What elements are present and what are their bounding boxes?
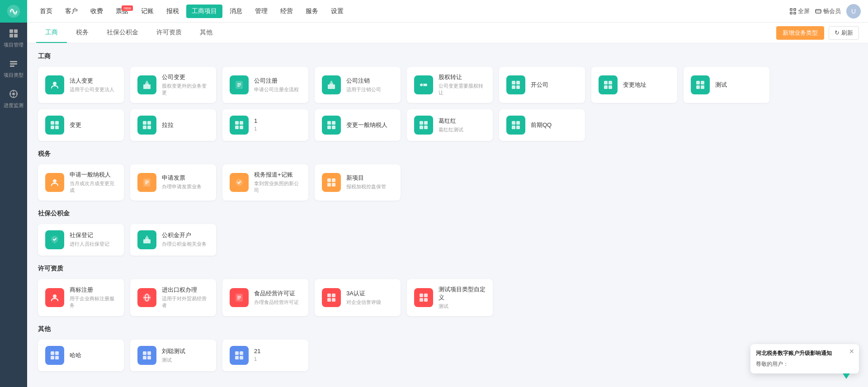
tab-industry[interactable]: 工商 [36, 23, 67, 43]
card-icon-3a-cert [322, 288, 341, 307]
card-icon-change-tax [322, 116, 341, 135]
vip-btn[interactable]: 畅会员 [815, 7, 841, 15]
nav-customer[interactable]: 客户 [60, 5, 83, 18]
card-change-address[interactable]: 变更地址 [591, 67, 677, 103]
card-pre-qq[interactable]: 前期QQ [499, 109, 585, 141]
card-desc-company-register: 申请公司注册全流程 [254, 86, 299, 93]
card-icon-company-register [230, 75, 249, 94]
tabbar: 工商 税务 社保公积金 许可资质 其他 新增业务类型 ↻ 刷新 [27, 23, 868, 43]
nav-service[interactable]: 服务 [300, 5, 324, 18]
card-name-lala: 拉拉 [162, 121, 174, 129]
sidebar: 项目管理 项目类型 进度监测 [0, 0, 27, 387]
svg-rect-1 [9, 29, 13, 33]
refresh-icon: ↻ [835, 29, 840, 36]
card-desc-legal-change: 适用于公司变更法人 [70, 86, 114, 93]
card-open-company[interactable]: 开公司 [499, 67, 585, 103]
card-icon-pre-qq [506, 116, 525, 135]
svg-rect-49 [143, 121, 146, 125]
card-haha[interactable]: 哈哈 [38, 340, 124, 371]
card-test-type-define[interactable]: 测试项目类型自定义测试 [407, 279, 493, 316]
nav-home[interactable]: 首页 [34, 5, 58, 18]
nav-message[interactable]: 消息 [224, 5, 248, 18]
add-type-button[interactable]: 新增业务类型 [776, 26, 824, 40]
card-new-project[interactable]: 新项目报税加税控盘保管 [315, 164, 401, 200]
card-icon-company-cancel [322, 75, 341, 94]
svg-rect-18 [816, 9, 821, 13]
svg-point-20 [53, 82, 57, 85]
svg-rect-100 [51, 356, 54, 359]
card-change[interactable]: 变更 [38, 109, 124, 141]
card-social-register[interactable]: 社保登记进行人员社保登记 [38, 224, 124, 256]
card-icon-food-license [230, 288, 249, 307]
card-company-register[interactable]: 公司注册申请公司注册全流程 [222, 67, 308, 103]
sidebar-item-project-manage[interactable]: 项目管理 [0, 23, 27, 53]
card-legal-change[interactable]: 法人变更适用于公司变更法人 [38, 67, 124, 103]
tab-license[interactable]: 许可资质 [147, 23, 191, 43]
card-food-license[interactable]: 食品经营许可证办理食品经营许可证 [222, 279, 308, 316]
nav-accounting[interactable]: 记账 [136, 5, 159, 18]
tab-social[interactable]: 社保公积金 [98, 23, 147, 43]
card-lala[interactable]: 拉拉 [130, 109, 216, 141]
card-ge-hong-hong[interactable]: 葛红红葛红红测试 [407, 109, 493, 141]
svg-rect-52 [147, 126, 151, 129]
card-desc-new-project: 报税加税控盘保管 [346, 183, 386, 190]
card-tax-report-accounting[interactable]: 税务报道+记账拿到营业执照的新公司 [222, 164, 308, 200]
nav-settings[interactable]: 设置 [326, 5, 349, 18]
card-name-change-tax: 变更一般纳税人 [346, 121, 387, 129]
svg-rect-75 [327, 178, 331, 182]
card-desc-one: 1 [254, 126, 257, 132]
card-3a-cert[interactable]: 3A认证对企业信誉评级 [315, 279, 401, 316]
sidebar-item-progress-monitor[interactable]: 进度监测 [0, 83, 27, 113]
svg-rect-23 [146, 81, 148, 83]
tab-other[interactable]: 其他 [191, 23, 222, 43]
nav-manage[interactable]: 管理 [250, 5, 273, 18]
card-test[interactable]: 测试 [684, 67, 769, 103]
fullscreen-label: 全屏 [798, 7, 810, 15]
svg-rect-101 [55, 356, 59, 359]
card-twenty-one[interactable]: 211 [222, 340, 308, 371]
sidebar-logo[interactable] [0, 0, 27, 23]
svg-rect-62 [424, 121, 428, 125]
svg-rect-96 [420, 298, 423, 302]
svg-rect-99 [55, 351, 59, 355]
card-name-company-cancel: 公司注销 [346, 77, 381, 85]
svg-rect-42 [701, 81, 704, 84]
card-company-cancel[interactable]: 公司注销适用于注销公司 [315, 67, 401, 103]
card-name-twenty-one: 21 [254, 348, 260, 354]
svg-rect-40 [609, 85, 612, 89]
avatar[interactable]: U [846, 4, 861, 19]
nav-industry[interactable]: 工商项目 [186, 5, 222, 18]
card-change-tax[interactable]: 变更一般纳税人 [315, 109, 401, 141]
card-liu-cong-test[interactable]: 刘聪测试测试 [130, 340, 216, 371]
card-name-liu-cong-test: 刘聪测试 [162, 347, 185, 355]
card-icon-twenty-one [230, 346, 249, 365]
nav-fee[interactable]: 收费 [85, 5, 108, 18]
nav-tax[interactable]: 报税 [161, 5, 184, 18]
card-equity-transfer[interactable]: 股权转让公司变更需要股权转让 [407, 67, 493, 103]
svg-rect-2 [14, 29, 18, 33]
card-import-export[interactable]: 进出口权办理适用于对外贸易经营者 [130, 279, 216, 316]
svg-rect-30 [330, 81, 332, 83]
nav-ticket[interactable]: 票据 new [110, 5, 134, 18]
sidebar-item-project-type[interactable]: 项目类型 [0, 53, 27, 83]
nav-operation[interactable]: 经营 [275, 5, 298, 18]
refresh-label: 刷新 [841, 29, 853, 37]
card-one[interactable]: 11 [222, 109, 308, 141]
card-company-change[interactable]: 公司变更股权变更外的业务变更 [130, 67, 216, 103]
fullscreen-btn[interactable]: 全屏 [790, 7, 810, 15]
notification-close[interactable]: ✕ [849, 348, 854, 355]
ticket-badge: new [122, 5, 133, 11]
content: 工商 税务 社保公积金 许可资质 其他 新增业务类型 ↻ 刷新 工商法人变更适用… [27, 23, 868, 387]
refresh-button[interactable]: ↻ 刷新 [829, 26, 859, 40]
card-apply-general-tax[interactable]: 申请一般纳税人当月或次月成变更完成 [38, 164, 124, 200]
card-desc-food-license: 办理食品经营许可证 [254, 299, 299, 306]
tab-tax[interactable]: 税务 [67, 23, 98, 43]
card-trademark[interactable]: 商标注册用于企业商标注册服务 [38, 279, 124, 316]
section-license-section: 许可资质商标注册用于企业商标注册服务进出口权办理适用于对外贸易经营者食品经营许可… [38, 265, 857, 316]
card-fund-account[interactable]: 公积金开户办理公积金相关业务 [130, 224, 216, 256]
card-name-tax-report-accounting: 税务报道+记账 [254, 171, 301, 179]
svg-rect-45 [51, 121, 54, 125]
svg-rect-6 [10, 63, 17, 65]
card-apply-invoice[interactable]: 申请发票办理申请发票业务 [130, 164, 216, 200]
card-desc-test-type-define: 测试 [439, 303, 486, 310]
